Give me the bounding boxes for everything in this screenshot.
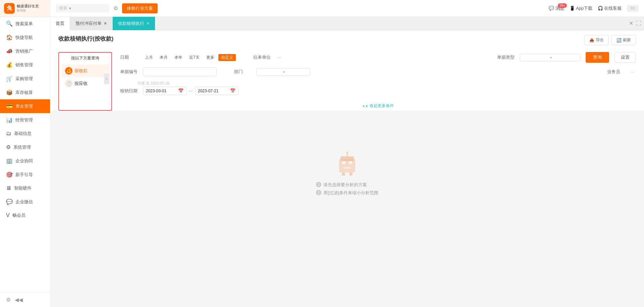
sidebar-item-search-menu[interactable]: 🔍搜索菜单 [0, 17, 50, 31]
sidebar-icon-system: ⚙ [6, 144, 11, 150]
doc-type-label: 单据类型 [497, 54, 515, 60]
empty-tip-1: 1 请先选择要分析的方案 [316, 182, 378, 188]
tab-prepay-close[interactable]: ✕ [104, 21, 107, 26]
verify-date-label: 核销日期 [120, 88, 138, 94]
sidebar-label-basics: 基础信息 [14, 131, 32, 137]
sidebar-item-finance[interactable]: 💳资金管理 [0, 99, 50, 113]
date-btn-custom[interactable]: 自定义 [218, 54, 236, 61]
tab-home[interactable]: 首页 [50, 17, 70, 30]
sidebar-icon-wechat: 💬 [6, 199, 13, 205]
collapse-more-button[interactable]: ∧∧ 收起更多条件 [120, 101, 636, 111]
sidebar-item-management[interactable]: 📊经营管理 [0, 113, 50, 127]
empty-illustration [330, 151, 364, 178]
app-download-link[interactable]: 📱 App下载 [570, 5, 592, 11]
query-button[interactable]: 查询 [586, 52, 609, 63]
sidebar-item-wechat[interactable]: 💬企业微信 [0, 195, 50, 209]
sidebar-item-enterprise[interactable]: 🏢企业协同 [0, 154, 50, 168]
sidebar-icon-guide: 🎯 [6, 171, 13, 178]
close-tab-button[interactable]: ✕ [629, 20, 633, 27]
sidebar-label-quick-nav: 快捷导航 [15, 35, 33, 41]
dept-label: 部门 [234, 69, 251, 75]
tab-prepay[interactable]: 预付冲应付单 ✕ [70, 17, 113, 30]
date-label: 日期 [120, 54, 137, 60]
svg-rect-4 [343, 167, 351, 169]
counterpart-ellipsis[interactable]: ··· [276, 55, 283, 60]
calendar-end-icon[interactable]: 📅 [230, 88, 235, 93]
receivable-icon: 🕐 [65, 80, 72, 87]
sidebar-item-basics[interactable]: 🗂基础信息 [0, 127, 50, 140]
staff-ellipsis[interactable]: ··· [629, 69, 636, 74]
logo-sub: 标准版 [17, 8, 39, 13]
main-area: 搜索 ▾ ⚙ 休验行业方案 💬 消息 99+ 📱 App下载 🎧 在线客服 Ri… [50, 0, 644, 307]
sidebar-label-marketing: 营销推广 [15, 48, 33, 54]
dept-arrow: ▾ [283, 70, 306, 74]
page-title: 收款核销执行(按收款) [58, 35, 636, 43]
topbar-right: 💬 消息 99+ 📱 App下载 🎧 在线客服 Rit [549, 5, 639, 12]
filter-row-2: 单据编号 部门 ▾ 业务员 ··· [120, 67, 636, 76]
expand-tab-button[interactable]: ⛶ [636, 20, 641, 27]
settings-button[interactable]: 设置 [614, 52, 636, 63]
date-btn-this-year[interactable]: 本年 [172, 54, 185, 61]
verify-date-end-input[interactable] [198, 89, 228, 93]
filter-option-by-receipt[interactable]: 💰 按收款 [62, 64, 109, 77]
empty-state: 1 请先选择要分析的方案 2 用[过滤]条件来缩小分析范围 [316, 151, 378, 198]
user-display[interactable]: Rit [627, 5, 639, 12]
sidebar-item-guide[interactable]: 🎯新手引导 [0, 168, 50, 182]
page-wrapper: 收款核销执行(按收款) 📤 导出 🔄 刷新 按以下方案查询 [50, 30, 644, 238]
tip-num-2: 2 [316, 190, 321, 195]
doc-no-input[interactable] [143, 67, 217, 76]
sidebar-label-finance: 资金管理 [15, 103, 33, 109]
counterpart-label: 往来单位 [253, 54, 271, 60]
collapse-icon[interactable]: ◀◀ [15, 297, 23, 303]
export-button[interactable]: 📤 导出 [584, 35, 609, 45]
online-service-link[interactable]: 🎧 在线客服 [598, 5, 622, 11]
date-btn-7days[interactable]: 近7天 [186, 54, 202, 61]
calendar-start-icon[interactable]: 📅 [178, 88, 183, 93]
search-dropdown-arrow: ▾ [69, 6, 71, 11]
tab-receive[interactable]: 收款核销执行 ✕ [113, 17, 155, 30]
verify-date-start-wrap: 📅 [143, 87, 186, 95]
empty-state-area: 1 请先选择要分析的方案 2 用[过滤]条件来缩小分析范围 [50, 111, 644, 238]
sidebar-icon-enterprise: 🏢 [6, 158, 13, 164]
sidebar-item-inventory[interactable]: 📦库存核算 [0, 86, 50, 99]
date-btn-more[interactable]: 更多 [204, 54, 217, 61]
sidebar-item-marketing[interactable]: 📣营销推广 [0, 44, 50, 58]
sidebar-item-quick-nav[interactable]: 🏠快捷导航 [0, 31, 50, 44]
dept-select[interactable]: ▾ [256, 68, 310, 76]
date-btn-this-month[interactable]: 本月 [157, 54, 170, 61]
doc-type-select[interactable]: ▾ [520, 54, 580, 61]
refresh-icon: 🔄 [616, 38, 622, 43]
svg-rect-7 [342, 172, 345, 176]
verify-date-start-input[interactable] [146, 89, 176, 93]
filter-option-by-receivable[interactable]: 🕐 按应收 [62, 77, 109, 90]
filter-collapse-left-btn[interactable]: « [104, 73, 109, 84]
date-range-separator: — [189, 88, 193, 93]
sidebar-label-sales: 销售管理 [15, 62, 33, 68]
refresh-button[interactable]: 🔄 刷新 [611, 35, 636, 45]
logo-icon: 兔 [4, 3, 15, 14]
sidebar-item-hardware[interactable]: 🖥智能硬件 [0, 182, 50, 195]
sidebar-icon-hardware: 🖥 [6, 185, 11, 191]
industry-solution-button[interactable]: 休验行业方案 [122, 3, 158, 13]
sidebar-item-system[interactable]: ⚙系统管理 [0, 140, 50, 154]
sidebar-label-guide: 新手引导 [15, 172, 33, 178]
topbar-gear-icon[interactable]: ⚙ [113, 5, 118, 11]
sidebar-item-sales[interactable]: 💰销售管理 [0, 58, 50, 72]
message-icon-area[interactable]: 💬 消息 99+ [549, 5, 564, 11]
date-btn-last-month[interactable]: 上月 [142, 54, 156, 61]
settings-icon[interactable]: ⚙ [6, 297, 11, 303]
sidebar-icon-purchase: 🛒 [6, 75, 13, 82]
empty-tips: 1 请先选择要分析的方案 2 用[过滤]条件来缩小分析范围 [316, 182, 378, 198]
sidebar-item-member[interactable]: V畅会员 [0, 209, 50, 222]
sidebar-icon-marketing: 📣 [6, 48, 13, 54]
search-area[interactable]: 搜索 ▾ [56, 4, 109, 12]
sidebar-item-purchase[interactable]: 🛒采购管理 [0, 72, 50, 86]
tab-receive-close[interactable]: ✕ [146, 21, 150, 26]
content-area: 收款核销执行(按收款) 📤 导出 🔄 刷新 按以下方案查询 [50, 30, 644, 307]
svg-point-6 [346, 152, 348, 154]
topbar: 搜索 ▾ ⚙ 休验行业方案 💬 消息 99+ 📱 App下载 🎧 在线客服 Ri… [50, 0, 644, 17]
app-logo: 兔 畅捷通好生意 标准版 [0, 0, 50, 17]
doc-no-label: 单据编号 [120, 69, 138, 75]
message-icon: 💬 [549, 6, 554, 11]
tabbar: 首页 预付冲应付单 ✕ 收款核销执行 ✕ ✕ ⛶ [50, 17, 644, 30]
